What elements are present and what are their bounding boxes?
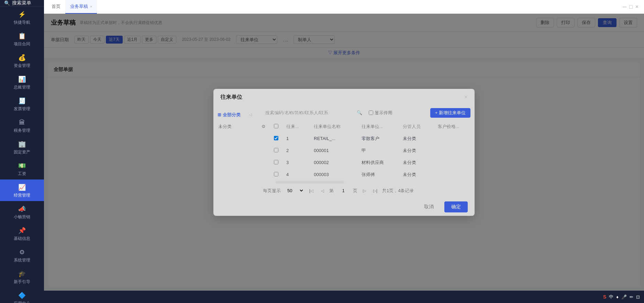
- search-icon: 🔍: [357, 110, 362, 115]
- row-checkbox[interactable]: [274, 136, 278, 140]
- modal-sidebar-all-label: 全部分类: [223, 112, 241, 118]
- grid-icon: ⊞: [218, 112, 221, 117]
- row-checkbox[interactable]: [274, 172, 278, 176]
- table-row[interactable]: 1 RETAIL_... 零散客户 未分类: [258, 132, 475, 144]
- modal-main: 🔍 显示停用 + 新增往来单位: [258, 105, 475, 198]
- modal-table: ⚙ 往来... 往来单位名称 往来单位... 分管人员 客户价格...: [258, 121, 475, 181]
- tab-close-icon[interactable]: ×: [90, 4, 92, 9]
- confirm-button[interactable]: 确定: [444, 201, 468, 212]
- col-checkbox-header[interactable]: [270, 121, 283, 133]
- sidebar-item-marketing[interactable]: 📣 小畅营销: [0, 201, 44, 223]
- tabbar: 首页 业务草稿 × ─ □ ×: [44, 0, 644, 14]
- row-4-code: 000003: [310, 168, 358, 180]
- row-4-name: 张师傅: [358, 168, 399, 180]
- show-disabled-toggle[interactable]: 显示停用: [369, 110, 392, 116]
- sidebar-item-label: 小畅营销: [14, 214, 30, 220]
- sidebar-item-tax[interactable]: 🏛 税务管理: [0, 115, 44, 136]
- row-4-manager: [434, 168, 475, 180]
- sidebar-item-label: 项目合同: [14, 41, 30, 47]
- guide-icon: 🎓: [18, 270, 26, 278]
- col-name-header: 往来单位名称: [310, 121, 358, 133]
- show-disabled-label: 显示停用: [375, 110, 392, 116]
- uncategorized-label: 未分类: [218, 124, 232, 129]
- payroll-icon: 💵: [18, 162, 26, 170]
- sidebar-item-accounts[interactable]: 📊 总账管理: [0, 71, 44, 93]
- taskbar-item-5[interactable]: ⊡: [636, 294, 640, 300]
- modal-sidebar-all[interactable]: ⊞ 全部分类 ◁: [213, 109, 258, 121]
- sidebar-item-app[interactable]: 🔷 应用中心: [0, 288, 44, 303]
- col-settings: ⚙: [258, 121, 270, 133]
- page-label: 第: [329, 188, 334, 194]
- modal-sidebar-uncategorized[interactable]: 未分类: [213, 121, 258, 132]
- taskbar-item-3[interactable]: 🎤: [621, 294, 627, 300]
- sidebar-item-project-contract[interactable]: 📋 项目合同: [0, 28, 44, 50]
- row-checkbox[interactable]: [274, 148, 278, 152]
- select-all-checkbox[interactable]: [274, 124, 278, 128]
- sidebar-item-label: 系统管理: [14, 257, 30, 263]
- window-minimize-btn[interactable]: ─: [623, 4, 626, 10]
- page-next-button[interactable]: ▷: [360, 187, 368, 195]
- modal-overlay: 往来单位 × ⊞ 全部分类 ◁ 未分类: [44, 14, 644, 291]
- modal-close-button[interactable]: ×: [464, 94, 468, 100]
- table-row[interactable]: 2 000001 甲 未分类: [258, 144, 475, 156]
- row-1-manager: [434, 132, 475, 144]
- sidebar-item-quick-nav[interactable]: ⚡ 快捷导航: [0, 7, 44, 28]
- window-maximize-btn[interactable]: □: [629, 4, 633, 10]
- page-first-button[interactable]: |◁: [307, 187, 315, 195]
- sidebar-item-assets[interactable]: 🏢 固定资产: [0, 136, 44, 158]
- sidebar-item-invoice[interactable]: 🧾 发票管理: [0, 93, 44, 115]
- quick-nav-icon: ⚡: [18, 11, 26, 18]
- total-records: 共1页，4条记录: [382, 188, 414, 194]
- show-disabled-checkbox[interactable]: [369, 110, 373, 115]
- sidebar-item-guide[interactable]: 🎓 新手引导: [0, 266, 44, 288]
- sidebar-search[interactable]: 🔍 搜索菜单: [0, 0, 44, 7]
- tab-draft[interactable]: 业务草稿 ×: [65, 0, 97, 14]
- tab-home-label: 首页: [52, 3, 60, 10]
- page-number-input[interactable]: [336, 187, 350, 194]
- sidebar-item-capital[interactable]: 💰 资金管理: [0, 50, 44, 71]
- sidebar-collapse-button[interactable]: ◁: [247, 112, 254, 118]
- sidebar-item-basic[interactable]: 📌 基础信息: [0, 223, 44, 244]
- add-partner-button[interactable]: + 新增往来单位: [430, 108, 470, 118]
- page-last-button[interactable]: ▷|: [371, 187, 379, 195]
- sidebar-item-label: 工资: [18, 171, 26, 177]
- taskbar-item-4[interactable]: ✏: [630, 294, 633, 300]
- row-1-checkbox[interactable]: [270, 132, 283, 144]
- col-category-header: 往来单位...: [358, 121, 399, 133]
- modal-search-box[interactable]: 🔍: [262, 109, 365, 117]
- sidebar-item-payroll[interactable]: 💵 工资: [0, 158, 44, 179]
- pagination-row: 每页显示 50 |◁ ◁ 第 页 ▷ ▷| 共1页，4条记录: [258, 184, 475, 198]
- modal-toolbar: 🔍 显示停用 + 新增往来单位: [258, 105, 475, 121]
- per-page-select[interactable]: 50: [284, 187, 304, 195]
- row-1-name: 零散客户: [358, 132, 399, 144]
- horizontal-scrollbar[interactable]: [258, 181, 475, 184]
- row-2-category: 未分类: [399, 144, 434, 156]
- row-1-no: 1: [283, 132, 310, 144]
- taskbar-item-1[interactable]: 中: [609, 294, 613, 300]
- taskbar-item-2[interactable]: ♦: [616, 294, 619, 300]
- scroll-thumb[interactable]: [275, 181, 344, 184]
- row-4-checkbox[interactable]: [270, 168, 283, 180]
- row-3-checkbox[interactable]: [270, 156, 283, 168]
- accounts-icon: 📊: [18, 75, 26, 83]
- page-prev-button[interactable]: ◁: [318, 187, 326, 195]
- sidebar-item-label: 快捷导航: [14, 20, 30, 25]
- table-row[interactable]: 3 000002 材料供应商 未分类: [258, 156, 475, 168]
- tab-home[interactable]: 首页: [47, 0, 65, 14]
- taskbar: S 中 ♦ 🎤 ✏ ⊡: [44, 291, 644, 303]
- sidebar-item-ops[interactable]: 📈 经营管理: [0, 179, 44, 201]
- search-input[interactable]: [265, 110, 357, 115]
- sidebar-item-label: 应用中心: [14, 301, 30, 303]
- cancel-button[interactable]: 取消: [417, 201, 441, 212]
- row-2-checkbox[interactable]: [270, 144, 283, 156]
- row-3-name: 材料供应商: [358, 156, 399, 168]
- row-4-category: 未分类: [399, 168, 434, 180]
- ops-icon: 📈: [18, 184, 26, 191]
- row-2-name: 甲: [358, 144, 399, 156]
- window-close-btn[interactable]: ×: [635, 4, 639, 10]
- table-row[interactable]: 4 000003 张师傅 未分类: [258, 168, 475, 180]
- row-checkbox[interactable]: [274, 160, 278, 164]
- modal-title: 往来单位: [220, 94, 242, 101]
- sidebar-item-system[interactable]: ⚙ 系统管理: [0, 244, 44, 266]
- search-icon: 🔍: [4, 0, 10, 6]
